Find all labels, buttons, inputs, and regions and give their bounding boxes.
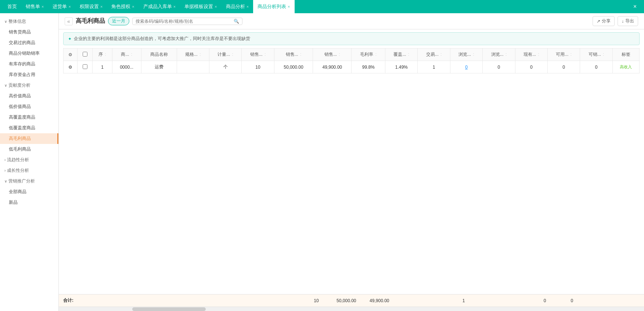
- content-header: « 高毛利商品 近一月 🔍 ↗ 分享 ↓ 导出: [59, 13, 644, 29]
- sidebar-collapse-button[interactable]: «: [65, 17, 73, 25]
- sidebar-item-有库存的商品[interactable]: 有库存的商品: [0, 59, 58, 69]
- nav-close-icon[interactable]: ×: [288, 4, 290, 9]
- sidebar-item-销售货商品[interactable]: 销售货商品: [0, 27, 58, 37]
- share-button[interactable]: ↗ 分享: [593, 16, 615, 26]
- col-header-unit: 计量... :: [209, 48, 241, 61]
- sidebar-group-贡献度分析[interactable]: ∨贡献度分析: [0, 80, 58, 91]
- col-header-spec: 规格... :: [177, 48, 209, 61]
- nav-item-产成品入库单[interactable]: 产成品入库单 ×: [139, 0, 180, 13]
- cell-sales_qty: 10: [242, 61, 274, 73]
- cell-code: 0000...: [112, 61, 141, 73]
- search-input[interactable]: [136, 19, 234, 24]
- sidebar-item-低价值商品[interactable]: 低价值商品: [0, 101, 58, 112]
- col-header-seq: 序 :: [93, 48, 112, 61]
- nav-close-icon[interactable]: ×: [68, 4, 71, 9]
- nav-item-首页[interactable]: 首页: [3, 0, 21, 13]
- settings-icon[interactable]: ⚙: [68, 52, 72, 57]
- sidebar-item-新品[interactable]: 新品: [0, 197, 58, 208]
- cell-seq: 1: [93, 61, 112, 73]
- close-all-button[interactable]: ×: [629, 3, 641, 10]
- browse1-link[interactable]: 0: [465, 65, 468, 70]
- footer-cell-15: 0: [531, 298, 558, 303]
- col-header-check[interactable]: [78, 48, 93, 61]
- top-nav: 首页销售单 ×进货单 ×权限设置 ×角色授权 ×产成品入库单 ×单据模板设置 ×…: [0, 0, 644, 13]
- nav-close-icon[interactable]: ×: [132, 4, 134, 9]
- cell-trade: 1: [418, 61, 450, 73]
- nav-close-icon[interactable]: ×: [100, 4, 102, 9]
- sidebar-item-商品分销助销率[interactable]: 商品分销助销率: [0, 48, 58, 59]
- sidebar-group-营销推广分析[interactable]: ∨营销推广分析: [0, 176, 58, 187]
- footer-total: 合计: 1050,000.0049,900.00100: [59, 294, 644, 307]
- sidebar-group-整体信息[interactable]: ∨整体信息: [0, 16, 58, 27]
- sidebar-item-高价值商品[interactable]: 高价值商品: [0, 91, 58, 101]
- footer-cell-12: 1: [450, 298, 477, 303]
- footer-cell-10: [396, 298, 423, 303]
- export-icon: ↓: [622, 19, 624, 24]
- export-button[interactable]: ↓ 导出: [618, 16, 638, 26]
- cell-available: 0: [547, 61, 580, 73]
- data-table: ⚙序 :商... :商品名称规格... :计量... :销售... :销售...…: [63, 48, 640, 73]
- footer-cell-11: [423, 298, 450, 303]
- sidebar-item-全部商品[interactable]: 全部商品: [0, 187, 58, 197]
- group-arrow-icon: ∨: [4, 83, 7, 87]
- sidebar-item-库存资金占用[interactable]: 库存资金占用: [0, 69, 58, 80]
- sidebar-item-低毛利商品[interactable]: 低毛利商品: [0, 144, 58, 155]
- nav-item-单据模板设置[interactable]: 单据模板设置 ×: [180, 0, 221, 13]
- nav-item-商品分析列表[interactable]: 商品分析列表 ×: [253, 0, 294, 13]
- nav-item-角色授权[interactable]: 角色授权 ×: [107, 0, 138, 13]
- cell-tag: 高收入: [612, 61, 639, 73]
- info-icon: ✦: [68, 36, 72, 41]
- share-icon: ↗: [597, 19, 600, 24]
- row-settings-icon[interactable]: ⚙: [68, 65, 72, 70]
- sidebar-item-高覆盖度商品[interactable]: 高覆盖度商品: [0, 112, 58, 123]
- col-header-browse1: 浏览... :: [450, 48, 482, 61]
- horizontal-scrollbar[interactable]: [59, 307, 644, 311]
- footer-cell-5: [249, 298, 276, 303]
- page-title: 高毛利商品: [76, 17, 105, 25]
- cell-spec: [177, 61, 209, 73]
- col-header-tag: 标签: [612, 48, 639, 61]
- footer-cell-9: 49,900.00: [363, 298, 396, 303]
- col-header-settings[interactable]: ⚙: [64, 48, 78, 61]
- footer-cell-18: [612, 298, 640, 303]
- footer-cell-14: [504, 298, 532, 303]
- sidebar-group-成长性分析[interactable]: ›成长性分析: [0, 165, 58, 176]
- cell-gross_margin: 99.8%: [352, 61, 385, 73]
- info-text: 企业的主要的利润都是这部分商品创造的，可考虑加大推广，同时关注库存是不要出现缺货: [74, 36, 250, 42]
- nav-close-icon[interactable]: ×: [42, 4, 44, 9]
- search-icon[interactable]: 🔍: [234, 19, 239, 24]
- nav-close-icon[interactable]: ×: [215, 4, 217, 9]
- row-checkbox[interactable]: [83, 64, 87, 69]
- sidebar-group-流趋性分析[interactable]: ›流趋性分析: [0, 155, 58, 165]
- nav-item-商品分析[interactable]: 商品分析 ×: [222, 0, 253, 13]
- sidebar-item-交易过的商品[interactable]: 交易过的商品: [0, 37, 58, 48]
- col-header-code: 商... :: [112, 48, 141, 61]
- sidebar-item-高毛利商品[interactable]: 高毛利商品: [0, 133, 58, 144]
- group-arrow-icon: ∨: [4, 19, 7, 23]
- cell-browse1: 0: [450, 61, 482, 73]
- cell-settings: ⚙: [64, 61, 78, 73]
- search-box: 🔍: [132, 18, 242, 25]
- footer-cell-4: [216, 298, 249, 303]
- table-row: ⚙10000...运费个1050,000.0049,900.0099.8%1.4…: [64, 61, 640, 73]
- content-area: « 高毛利商品 近一月 🔍 ↗ 分享 ↓ 导出 ✦: [59, 13, 644, 311]
- footer-cell-2: [161, 298, 188, 303]
- nav-close-icon[interactable]: ×: [247, 4, 249, 9]
- time-filter-button[interactable]: 近一月: [108, 17, 129, 25]
- select-all-checkbox[interactable]: [83, 52, 87, 57]
- group-arrow-icon: ∨: [4, 179, 7, 183]
- nav-item-进货单[interactable]: 进货单 ×: [48, 0, 75, 13]
- scrollbar-thumb[interactable]: [132, 307, 206, 311]
- sidebar-item-低覆盖度商品[interactable]: 低覆盖度商品: [0, 123, 58, 133]
- col-header-sales_amount: 销售... :: [274, 48, 313, 61]
- nav-item-权限设置[interactable]: 权限设置 ×: [75, 0, 107, 13]
- footer-cell-17: [586, 298, 613, 303]
- cell-current_stock: 0: [515, 61, 547, 73]
- col-header-sales_qty: 销售... :: [242, 48, 274, 61]
- info-bar: ✦ 企业的主要的利润都是这部分商品创造的，可考虑加大推广，同时关注库存是不要出现…: [63, 32, 640, 45]
- nav-close-icon[interactable]: ×: [173, 4, 176, 9]
- nav-item-销售单[interactable]: 销售单 ×: [21, 0, 48, 13]
- footer-cell-0: [107, 298, 134, 303]
- col-header-sales_profit: 销售... :: [313, 48, 352, 61]
- footer-cell-13: [477, 298, 504, 303]
